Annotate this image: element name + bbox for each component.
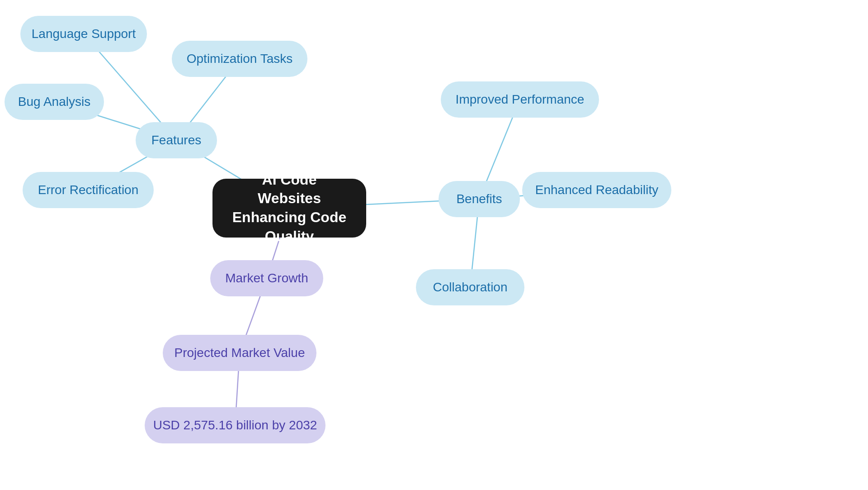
usd-value-node: USD 2,575.16 billion by 2032	[145, 407, 326, 443]
market-growth-node: Market Growth	[210, 260, 323, 296]
language-support-node: Language Support	[20, 16, 147, 52]
projected-market-value-node: Projected Market Value	[163, 335, 316, 371]
optimization-tasks-node: Optimization Tasks	[172, 41, 307, 77]
improved-performance-node: Improved Performance	[441, 81, 599, 118]
features-node: Features	[136, 122, 217, 158]
benefits-node: Benefits	[439, 181, 520, 217]
error-rectification-node: Error Rectification	[23, 172, 154, 208]
enhanced-readability-node: Enhanced Readability	[522, 172, 671, 208]
center-node: AI Code Websites Enhancing Code Quality	[212, 179, 366, 238]
collaboration-node: Collaboration	[416, 269, 524, 305]
bug-analysis-node: Bug Analysis	[5, 84, 104, 120]
